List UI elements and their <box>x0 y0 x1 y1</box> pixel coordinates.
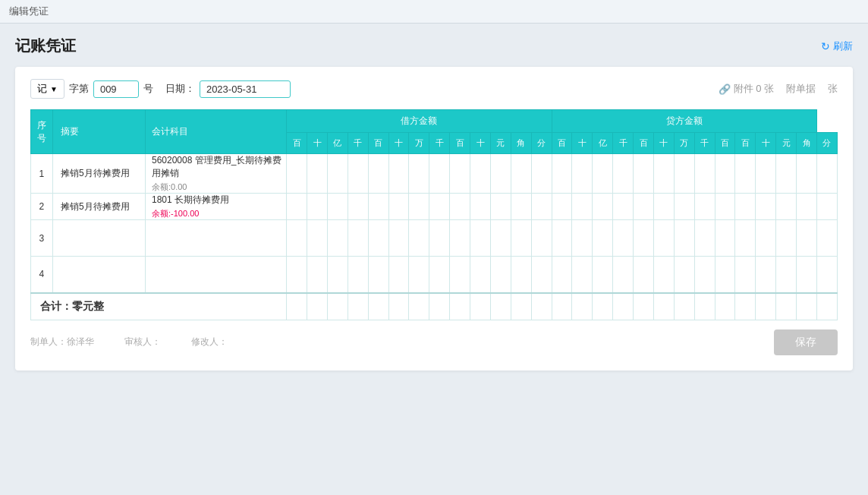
row1-debit-d13[interactable] <box>531 154 552 194</box>
row2-debit-d11[interactable] <box>490 194 511 220</box>
row4-debit-d11[interactable] <box>490 257 511 293</box>
row1-summary[interactable]: 摊销5月待摊费用 <box>52 154 145 194</box>
row3-credit-d3[interactable] <box>593 220 613 257</box>
row4-credit-d8[interactable] <box>694 257 715 293</box>
row4-credit-d6[interactable] <box>653 257 674 293</box>
row3-debit-d8[interactable] <box>429 220 450 257</box>
row3-credit-d8[interactable] <box>694 220 715 257</box>
row1-debit-d9[interactable] <box>450 154 470 194</box>
row3-debit-d2[interactable] <box>307 220 328 257</box>
row4-credit-d4[interactable] <box>613 257 634 293</box>
row4-debit-d3[interactable] <box>327 257 348 293</box>
row3-credit-d11[interactable] <box>756 220 776 257</box>
row4-credit-d14[interactable] <box>816 257 837 293</box>
row2-credit-d4[interactable] <box>613 194 634 220</box>
row1-credit-d6[interactable] <box>653 154 674 194</box>
voucher-type-dropdown[interactable]: 记 ▼ <box>30 79 64 99</box>
row4-credit-d11[interactable] <box>756 257 776 293</box>
row4-credit-d5[interactable] <box>634 257 654 293</box>
row4-credit-d7[interactable] <box>674 257 694 293</box>
row3-credit-d7[interactable] <box>674 220 694 257</box>
row3-debit-d10[interactable] <box>470 220 491 257</box>
row1-debit-d8[interactable] <box>429 154 450 194</box>
row2-debit-d5[interactable] <box>368 194 388 220</box>
row2-debit-d1[interactable] <box>287 194 307 220</box>
row2-credit-d1[interactable] <box>552 194 572 220</box>
row4-debit-d8[interactable] <box>429 257 450 293</box>
row4-debit-d1[interactable] <box>287 257 307 293</box>
row2-credit-d5[interactable] <box>634 194 654 220</box>
row4-debit-d2[interactable] <box>307 257 328 293</box>
row3-debit-d9[interactable] <box>450 220 470 257</box>
row2-debit-d4[interactable] <box>348 194 368 220</box>
row4-debit-d9[interactable] <box>450 257 470 293</box>
row4-debit-d13[interactable] <box>531 257 552 293</box>
row4-credit-d13[interactable] <box>797 257 817 293</box>
voucher-number-input[interactable] <box>93 80 139 98</box>
attach-link[interactable]: 🔗 附件 0 张 <box>719 82 774 96</box>
row3-credit-d9[interactable] <box>715 220 735 257</box>
row2-debit-d13[interactable] <box>531 194 552 220</box>
row1-debit-d5[interactable] <box>368 154 388 194</box>
row3-credit-d2[interactable] <box>572 220 593 257</box>
row3-debit-d13[interactable] <box>531 220 552 257</box>
row4-credit-d1[interactable] <box>552 257 572 293</box>
row4-summary[interactable] <box>52 257 145 293</box>
row1-credit-d8[interactable] <box>694 154 715 194</box>
row4-subject[interactable] <box>146 257 287 293</box>
row1-credit-d10[interactable] <box>735 154 756 194</box>
row1-credit-d1[interactable] <box>552 154 572 194</box>
row4-credit-d12[interactable] <box>776 257 797 293</box>
row3-debit-d7[interactable] <box>409 220 429 257</box>
row3-debit-d12[interactable] <box>511 220 531 257</box>
row1-debit-d1[interactable] <box>287 154 307 194</box>
row4-credit-d9[interactable] <box>715 257 735 293</box>
row1-credit-d9[interactable] <box>715 154 735 194</box>
row2-debit-d9[interactable] <box>450 194 470 220</box>
row2-credit-d6[interactable] <box>653 194 674 220</box>
row1-debit-d11[interactable] <box>490 154 511 194</box>
row2-debit-d12[interactable] <box>511 194 531 220</box>
row1-credit-d11[interactable] <box>756 154 776 194</box>
row4-debit-d5[interactable] <box>368 257 388 293</box>
row1-credit-d4[interactable] <box>613 154 634 194</box>
refresh-button[interactable]: ↻ 刷新 <box>821 39 853 53</box>
row4-credit-d3[interactable] <box>593 257 613 293</box>
row4-debit-d4[interactable] <box>348 257 368 293</box>
row1-debit-d10[interactable] <box>470 154 491 194</box>
row2-credit-d13[interactable] <box>797 194 817 220</box>
row2-summary[interactable]: 摊销5月待摊费用 <box>52 194 145 220</box>
row4-debit-d12[interactable] <box>511 257 531 293</box>
row2-debit-d10[interactable] <box>470 194 491 220</box>
row3-credit-d13[interactable] <box>797 220 817 257</box>
row1-credit-d5[interactable] <box>634 154 654 194</box>
row2-credit-d7[interactable] <box>674 194 694 220</box>
row3-credit-d5[interactable] <box>634 220 654 257</box>
row2-credit-d8[interactable] <box>694 194 715 220</box>
date-input[interactable] <box>200 80 291 98</box>
row2-subject[interactable]: 1801 长期待摊费用 余额:-100.00 <box>146 194 287 220</box>
row4-debit-d6[interactable] <box>388 257 409 293</box>
row2-credit-d2[interactable] <box>572 194 593 220</box>
row4-credit-d2[interactable] <box>572 257 593 293</box>
row3-credit-d4[interactable] <box>613 220 634 257</box>
row3-credit-d1[interactable] <box>552 220 572 257</box>
row1-debit-d6[interactable] <box>388 154 409 194</box>
row3-debit-d6[interactable] <box>388 220 409 257</box>
row3-summary[interactable] <box>52 220 145 257</box>
row2-debit-d6[interactable] <box>388 194 409 220</box>
row2-credit-d11[interactable] <box>756 194 776 220</box>
row2-credit-d3[interactable] <box>593 194 613 220</box>
row1-debit-d3[interactable] <box>327 154 348 194</box>
row1-subject[interactable]: 56020008 管理费用_长期待摊费用摊销 余额:0.00 <box>146 154 287 194</box>
row3-credit-d6[interactable] <box>653 220 674 257</box>
row1-credit-d13[interactable] <box>797 154 817 194</box>
row1-credit-d2[interactable] <box>572 154 593 194</box>
row1-debit-d4[interactable] <box>348 154 368 194</box>
row2-debit-d8[interactable] <box>429 194 450 220</box>
row2-credit-d12[interactable] <box>776 194 797 220</box>
row3-debit-d3[interactable] <box>327 220 348 257</box>
row1-debit-d7[interactable] <box>409 154 429 194</box>
row3-credit-d10[interactable] <box>735 220 756 257</box>
row3-debit-d4[interactable] <box>348 220 368 257</box>
